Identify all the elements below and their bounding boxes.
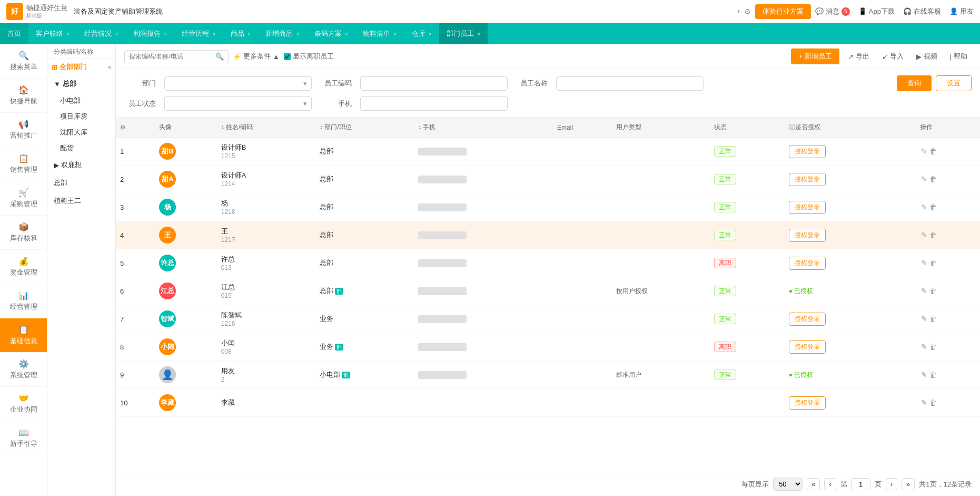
th-phone[interactable]: ↕ 手机 xyxy=(414,118,553,138)
nav-item-1[interactable]: 客户联络× xyxy=(28,23,77,44)
delete-btn[interactable]: 🗑 xyxy=(929,147,937,155)
auth-btn[interactable]: 授权登录 xyxy=(789,173,826,186)
delete-btn[interactable]: 🗑 xyxy=(929,343,937,351)
sidebar-all-dept[interactable]: ⊞ 全部部门 « xyxy=(47,59,115,75)
edit-btn[interactable]: ✎ xyxy=(921,175,927,183)
edit-btn[interactable]: ✎ xyxy=(921,231,927,239)
cell-auth-3[interactable]: 授权登录 xyxy=(785,221,895,249)
export-btn[interactable]: ↗ 导出 xyxy=(844,50,874,63)
cell-auth-0[interactable]: 授权登录 xyxy=(785,138,895,166)
auth-btn[interactable]: 授权登录 xyxy=(789,201,826,214)
nav-item-8[interactable]: 物料清单× xyxy=(355,23,404,44)
sidebar-item-zhishu[interactable]: 植树王二 xyxy=(47,192,115,210)
nav-item-10[interactable]: 部门员工× xyxy=(439,23,488,44)
search-input[interactable] xyxy=(129,53,213,60)
cell-auth-7[interactable]: 授权登录 xyxy=(785,333,895,361)
left-nav-item-5[interactable]: 📦库存核算 xyxy=(0,216,47,250)
page-input[interactable] xyxy=(852,478,870,490)
cell-auth-4[interactable]: 授权登录 xyxy=(785,249,895,277)
left-nav-item-9[interactable]: ⚙️系统管理 xyxy=(0,353,47,387)
auth-btn[interactable]: 授权登录 xyxy=(789,341,826,354)
edit-btn[interactable]: ✎ xyxy=(921,343,927,351)
left-nav-item-2[interactable]: 📢营销推广 xyxy=(0,113,47,147)
left-nav-item-4[interactable]: 🛒采购管理 xyxy=(0,181,47,216)
left-nav-item-10[interactable]: 🤝企业协同 xyxy=(0,387,47,421)
add-employee-btn[interactable]: + 新增员工 xyxy=(791,48,839,64)
prev-page-btn[interactable]: ‹ xyxy=(824,478,836,490)
delete-btn[interactable]: 🗑 xyxy=(929,398,937,407)
auth-btn[interactable]: 授权登录 xyxy=(789,257,826,270)
cell-auth-6[interactable]: 授权登录 xyxy=(785,305,895,333)
cell-auth-1[interactable]: 授权登录 xyxy=(785,166,895,193)
nav-close-5[interactable]: × xyxy=(248,31,251,37)
nav-close-9[interactable]: × xyxy=(429,31,432,37)
edit-btn[interactable]: ✎ xyxy=(921,287,927,295)
edit-btn[interactable]: ✎ xyxy=(921,147,927,155)
left-nav-item-11[interactable]: 📖新手引导 xyxy=(0,421,47,455)
nav-item-6[interactable]: 新增商品× xyxy=(258,23,306,44)
left-nav-item-8[interactable]: 📋基础信息 xyxy=(0,318,47,353)
delete-btn[interactable]: 🗑 xyxy=(929,287,937,295)
nav-close-8[interactable]: × xyxy=(393,31,397,37)
left-nav-item-6[interactable]: 💰资金管理 xyxy=(0,250,47,284)
nav-item-5[interactable]: 商品× xyxy=(223,23,258,44)
edit-btn[interactable]: ✎ xyxy=(921,259,927,267)
show-resigned-checkbox-label[interactable]: 显示离职员工 xyxy=(284,52,334,61)
edit-btn[interactable]: ✎ xyxy=(921,203,927,211)
nav-close-6[interactable]: × xyxy=(296,31,299,37)
cell-auth-2[interactable]: 授权登录 xyxy=(785,193,895,221)
nav-close-3[interactable]: × xyxy=(164,31,167,37)
delete-btn[interactable]: 🗑 xyxy=(929,315,937,323)
delete-btn[interactable]: 🗑 xyxy=(929,203,937,211)
nav-item-9[interactable]: 仓库× xyxy=(404,23,439,44)
user-btn[interactable]: 👤 用友 xyxy=(949,7,974,16)
nav-close-2[interactable]: × xyxy=(115,31,118,37)
auth-btn[interactable]: 授权登录 xyxy=(789,145,826,158)
edit-btn[interactable]: ✎ xyxy=(921,398,927,407)
th-dept-pos[interactable]: ↕ 部门/职位 xyxy=(315,118,414,138)
more-conditions-btn[interactable]: ⚡ 更多条件 ▲ xyxy=(233,52,280,61)
last-page-btn[interactable]: » xyxy=(902,478,915,490)
phone-input[interactable] xyxy=(360,96,508,111)
edit-btn[interactable]: ✎ xyxy=(921,371,927,379)
nav-close-1[interactable]: × xyxy=(66,31,70,37)
emp-name-input[interactable] xyxy=(556,76,704,91)
sidebar-item-peihuo[interactable]: 配货 xyxy=(56,140,115,156)
emp-code-input[interactable] xyxy=(360,76,508,91)
import-btn[interactable]: ↙ 导入 xyxy=(878,50,908,63)
next-page-btn[interactable]: › xyxy=(886,478,897,490)
set-btn[interactable]: 设置 xyxy=(936,75,972,91)
first-page-btn[interactable]: « xyxy=(807,478,820,490)
delete-btn[interactable]: 🗑 xyxy=(929,259,937,267)
nav-item-7[interactable]: 条码方案× xyxy=(307,23,355,44)
left-nav-item-0[interactable]: 🔍搜索菜单 xyxy=(0,44,47,79)
sidebar-item-shuanglu[interactable]: ▶ 双鹿想 xyxy=(47,156,115,174)
nav-close-10[interactable]: × xyxy=(477,31,480,37)
trial-btn[interactable]: 体验行业方案 xyxy=(755,4,811,19)
search-icon[interactable]: 🔍 xyxy=(215,53,224,61)
show-resigned-checkbox[interactable] xyxy=(284,53,291,60)
status-select[interactable]: ▾ xyxy=(164,96,312,111)
sidebar-search-input[interactable] xyxy=(54,48,116,55)
query-btn[interactable]: 查询 xyxy=(897,75,932,91)
online-service-btn[interactable]: 🎧 在线客服 xyxy=(903,7,941,16)
sidebar-collapse-btn[interactable]: « xyxy=(108,64,111,70)
auth-btn[interactable]: 授权登录 xyxy=(789,229,826,242)
nav-item-3[interactable]: 利润报告× xyxy=(126,23,174,44)
sidebar-item-zongbu-expand[interactable]: ▼ 总部 xyxy=(47,75,115,93)
nav-item-0[interactable]: 首页 xyxy=(0,23,28,44)
nav-item-4[interactable]: 经营历程× xyxy=(174,23,223,44)
nav-item-2[interactable]: 经营情况× xyxy=(77,23,125,44)
settings-icon[interactable]: ⚙ xyxy=(744,7,751,16)
per-page-select[interactable]: 50 100 xyxy=(773,478,803,491)
nav-close-7[interactable]: × xyxy=(345,31,348,37)
delete-btn[interactable]: 🗑 xyxy=(929,231,937,239)
left-nav-item-1[interactable]: 🏠快捷导航 xyxy=(0,79,47,113)
left-nav-item-3[interactable]: 📋销售管理 xyxy=(0,147,47,181)
th-settings[interactable]: ⚙ xyxy=(116,118,155,138)
sidebar-item-xiaodibu[interactable]: 小电部 xyxy=(56,93,115,109)
auth-btn[interactable]: 授权登录 xyxy=(789,396,826,410)
delete-btn[interactable]: 🗑 xyxy=(929,175,937,183)
view-btn[interactable]: ▶ 视频 xyxy=(912,50,942,63)
cell-auth-9[interactable]: 授权登录 xyxy=(785,389,895,417)
